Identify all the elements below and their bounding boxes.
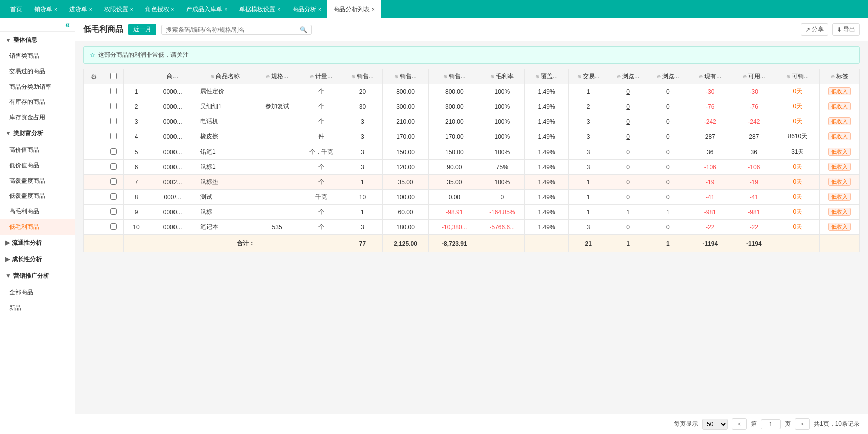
- sidebar-section-营销推广分析[interactable]: ▼营销推广分析: [0, 268, 75, 284]
- row-checkbox[interactable]: [110, 178, 117, 185]
- row-checkbox[interactable]: [110, 193, 117, 200]
- close-tab-icon[interactable]: ×: [224, 7, 227, 12]
- row-checkbox[interactable]: [110, 103, 117, 109]
- close-tab-icon[interactable]: ×: [277, 7, 280, 12]
- nav-item-商品分析[interactable]: 商品分析×: [286, 0, 327, 18]
- close-tab-icon[interactable]: ×: [54, 7, 57, 12]
- cell-saleable: 0天: [776, 99, 820, 114]
- page-number-input[interactable]: [761, 419, 781, 429]
- sidebar-item-高覆盖度商品[interactable]: 高覆盖度商品: [0, 173, 75, 189]
- table-area: ⚙商...商品名称规格...计量...销售...销售...销售...毛利率覆盖.…: [75, 64, 868, 414]
- sidebar-item-有库存的商品[interactable]: 有库存的商品: [0, 94, 75, 110]
- cell-stock_now: -30: [688, 84, 732, 99]
- cell-sales_price: 210.00: [382, 114, 429, 129]
- cell-sales_price: 150.00: [382, 144, 429, 160]
- section-arrow-icon: ▼: [5, 130, 11, 137]
- sidebar-item-高毛利商品[interactable]: 高毛利商品: [0, 204, 75, 219]
- row-checkbox[interactable]: [110, 148, 117, 155]
- sidebar-collapse-button[interactable]: «: [63, 20, 72, 29]
- settings-icon[interactable]: ⚙: [91, 73, 97, 81]
- export-button[interactable]: ⬇ 导出: [832, 23, 860, 36]
- cell-settings: [84, 205, 104, 220]
- sidebar-item-全部商品[interactable]: 全部商品: [0, 284, 75, 300]
- sidebar-section-成长性分析[interactable]: ▶成长性分析: [0, 251, 75, 268]
- table-header-view2[interactable]: 浏览...: [648, 69, 688, 84]
- cell-stock_avail: -22: [732, 220, 776, 235]
- table-header-sales_amt[interactable]: 销售...: [429, 69, 480, 84]
- sidebar-item-库存资金占用[interactable]: 库存资金占用: [0, 110, 75, 125]
- sidebar-item-低价值商品[interactable]: 低价值商品: [0, 158, 75, 173]
- cell-sales_price: 60.00: [382, 205, 429, 220]
- prev-page-button[interactable]: ＜: [732, 418, 747, 430]
- table-header-stock_now[interactable]: 现有...: [688, 69, 732, 84]
- cell-trade: 3: [568, 129, 608, 144]
- sidebar-item-销售类商品[interactable]: 销售类商品: [0, 48, 75, 64]
- table-header-cover_rate[interactable]: 覆盖...: [525, 69, 569, 84]
- nav-item-销货单[interactable]: 销货单×: [28, 0, 63, 18]
- nav-item-产成品入库单[interactable]: 产成品入库单×: [180, 0, 233, 18]
- page-size-select[interactable]: 50 100 200: [702, 419, 728, 430]
- close-tab-icon[interactable]: ×: [372, 7, 375, 12]
- next-page-button[interactable]: ＞: [795, 418, 810, 430]
- row-checkbox[interactable]: [110, 208, 117, 215]
- table-header-spec[interactable]: 规格...: [254, 69, 300, 84]
- close-tab-icon[interactable]: ×: [89, 7, 92, 12]
- select-all-checkbox[interactable]: [110, 73, 117, 79]
- sidebar-section-整体信息[interactable]: ▼整体信息: [0, 32, 75, 48]
- cell-unit: 个: [300, 114, 342, 129]
- cell-spec: [254, 160, 300, 175]
- total-cell: [123, 235, 149, 252]
- cell-unit: 个: [300, 99, 342, 114]
- sidebar-item-商品分类助销率[interactable]: 商品分类助销率: [0, 79, 75, 95]
- cell-saleable: 8610天: [776, 129, 820, 144]
- table-header-trade[interactable]: 交易...: [568, 69, 608, 84]
- table-header-sales_price[interactable]: 销售...: [382, 69, 429, 84]
- search-input[interactable]: [166, 26, 300, 33]
- cell-spec: [254, 144, 300, 160]
- section-arrow-icon: ▼: [5, 272, 11, 279]
- row-checkbox[interactable]: [110, 133, 117, 139]
- sidebar-item-高价值商品[interactable]: 高价值商品: [0, 142, 75, 158]
- sidebar-section-流通性分析[interactable]: ▶流通性分析: [0, 235, 75, 251]
- close-tab-icon[interactable]: ×: [318, 7, 321, 12]
- cell-tag: 低收入: [820, 190, 860, 205]
- nav-item-商品分析列表[interactable]: 商品分析列表×: [327, 0, 381, 18]
- cell-sales_qty: 1: [342, 205, 383, 220]
- cell-tag: 低收入: [820, 205, 860, 220]
- cell-cover_rate: 1.49%: [525, 129, 569, 144]
- table-header-tag[interactable]: 标签: [820, 69, 860, 84]
- share-button[interactable]: ↗ 分享: [801, 23, 828, 36]
- cell-name: 鼠标垫: [196, 175, 254, 190]
- table-header-saleable[interactable]: 可销...: [776, 69, 820, 84]
- sidebar-item-交易过的商品[interactable]: 交易过的商品: [0, 64, 75, 79]
- row-checkbox[interactable]: [110, 223, 117, 230]
- sidebar-item-新品[interactable]: 新品: [0, 300, 75, 316]
- nav-item-权限设置[interactable]: 权限设置×: [98, 0, 139, 18]
- sidebar-item-低毛利商品[interactable]: 低毛利商品: [0, 219, 75, 235]
- nav-item-进货单[interactable]: 进货单×: [63, 0, 98, 18]
- close-tab-icon[interactable]: ×: [171, 7, 175, 12]
- row-checkbox[interactable]: [110, 163, 117, 170]
- cell-cover_rate: 1.49%: [525, 205, 569, 220]
- cell-cover_rate: 1.49%: [525, 160, 569, 175]
- cell-stock_avail: 287: [732, 129, 776, 144]
- top-navigation: 首页销货单×进货单×权限设置×角色授权×产成品入库单×单据模板设置×商品分析×商…: [0, 0, 868, 18]
- table-header-view1[interactable]: 浏览...: [608, 69, 648, 84]
- nav-item-单据模板设置[interactable]: 单据模板设置×: [233, 0, 286, 18]
- sidebar-section-类财富分析[interactable]: ▼类财富分析: [0, 125, 75, 142]
- close-tab-icon[interactable]: ×: [130, 7, 133, 12]
- nav-item-首页[interactable]: 首页: [4, 0, 28, 18]
- cell-trade: 3: [568, 144, 608, 160]
- date-filter-button[interactable]: 近一月: [128, 24, 156, 35]
- nav-item-角色授权[interactable]: 角色授权×: [139, 0, 181, 18]
- cell-code: 0000...: [149, 84, 196, 99]
- row-checkbox[interactable]: [110, 88, 117, 94]
- row-checkbox[interactable]: [110, 118, 117, 124]
- table-header-stock_avail[interactable]: 可用...: [732, 69, 776, 84]
- table-header-sales_qty[interactable]: 销售...: [342, 69, 383, 84]
- sidebar-item-低覆盖度商品[interactable]: 低覆盖度商品: [0, 188, 75, 204]
- table-header-gross_rate[interactable]: 毛利率: [480, 69, 525, 84]
- table-header-name[interactable]: 商品名称: [196, 69, 254, 84]
- table-header-unit[interactable]: 计量...: [300, 69, 342, 84]
- total-cell: 77: [342, 235, 383, 252]
